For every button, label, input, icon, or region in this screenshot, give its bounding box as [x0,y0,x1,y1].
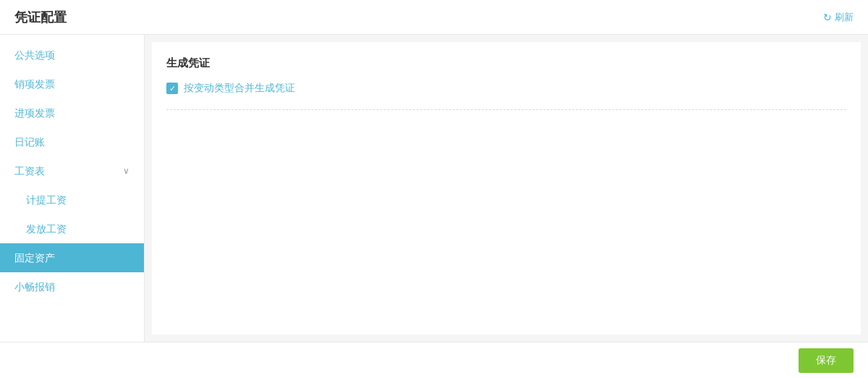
sidebar-label: 发放工资 [26,214,67,243]
refresh-label: 刷新 [835,11,854,24]
sidebar-label: 销项发票 [14,70,55,98]
sidebar-item-petty-expense[interactable]: 小畅报销 [0,272,144,301]
merge-by-type-checkbox[interactable] [166,83,178,94]
page-footer: 保存 [0,342,868,378]
sidebar-item-fixed-assets[interactable]: 固定资产 [0,243,144,272]
sidebar-item-pay-payroll[interactable]: 发放工资 [0,214,144,243]
main-layout: 公共选项销项发票进项发票日记账工资表∨计提工资发放工资固定资产小畅报销 生成凭证… [0,35,868,342]
section-divider [166,109,846,110]
refresh-icon: ↻ [823,12,832,23]
section-title: 生成凭证 [166,56,846,70]
sidebar-label: 小畅报销 [14,272,55,301]
sidebar-item-sales-invoice[interactable]: 销项发票 [0,70,144,98]
sidebar-item-purchase-invoice[interactable]: 进项发票 [0,98,144,127]
refresh-button[interactable]: ↻ 刷新 [823,11,854,24]
sidebar-item-accrual-payroll[interactable]: 计提工资 [0,185,144,214]
chevron-down-icon: ∨ [123,156,129,185]
sidebar-item-payroll-table[interactable]: 工资表∨ [0,156,144,185]
page-header: 凭证配置 ↻ 刷新 [0,0,868,35]
sidebar-label: 固定资产 [14,243,55,272]
sidebar-label: 计提工资 [26,185,67,214]
sidebar-label: 公共选项 [14,41,55,70]
content-area: 生成凭证 按变动类型合并生成凭证 [152,42,861,335]
sidebar-label: 工资表 [14,156,45,185]
merge-by-type-label[interactable]: 按变动类型合并生成凭证 [184,82,295,95]
sidebar: 公共选项销项发票进项发票日记账工资表∨计提工资发放工资固定资产小畅报销 [0,35,145,342]
sidebar-label: 进项发票 [14,98,55,127]
save-button[interactable]: 保存 [799,348,854,373]
checkbox-row: 按变动类型合并生成凭证 [166,82,846,95]
sidebar-label: 日记账 [14,127,45,156]
sidebar-item-public-options[interactable]: 公共选项 [0,41,144,70]
sidebar-item-journal[interactable]: 日记账 [0,127,144,156]
page-title: 凭证配置 [14,9,67,26]
